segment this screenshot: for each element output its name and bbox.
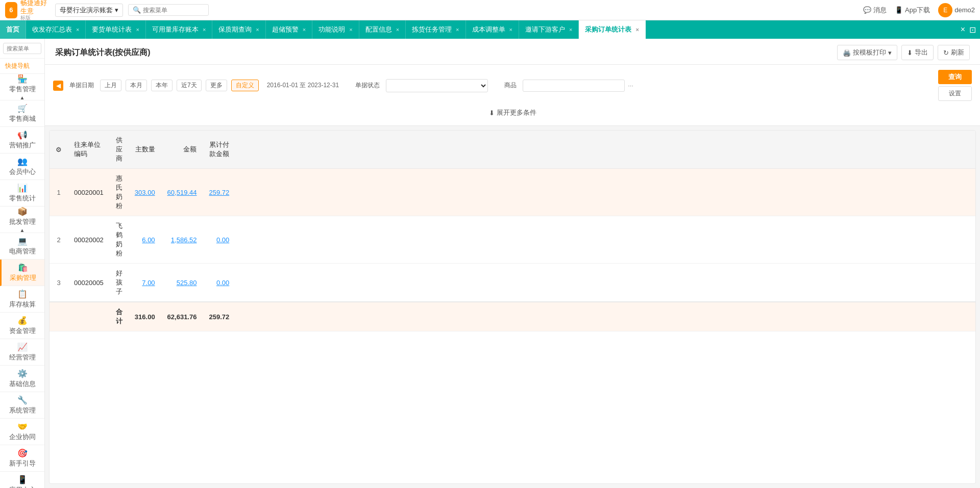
sidebar-item-xinshou[interactable]: 🎯 新手引导 [0,445,44,472]
goods-more-icon[interactable]: ··· [628,82,633,89]
sidebar-item-qiye[interactable]: 🤝 企业协同 [0,419,44,445]
mall-icon: 🛒 [17,104,28,113]
print-dropdown-icon[interactable]: ▾ [888,49,892,57]
sidebar-item-lingshoutongji[interactable]: 📊 零售统计 [0,180,44,207]
stat-icon: 📊 [17,183,28,193]
collab-icon: 🤝 [17,422,28,431]
row-qty[interactable]: 303.00 [129,169,161,216]
member-icon: 👥 [17,157,28,166]
row-qty[interactable]: 7.00 [129,264,161,302]
close-tab-yaoqing[interactable]: × [569,27,572,33]
goods-filter-group: ··· [523,80,633,92]
print-button[interactable]: 🖨️ 按模板打印 ▾ [837,45,897,60]
print-icon: 🖨️ [843,49,851,57]
row-amount[interactable]: 525.80 [161,264,203,302]
row-paid[interactable]: 259.72 [203,169,235,216]
status-select[interactable] [386,79,488,92]
ops-icon: 📈 [17,342,28,352]
col-settings[interactable]: ⚙ [50,131,68,169]
tab-controls: × ⊡ [961,25,980,35]
tab-caigou[interactable]: 采购订单统计表 × [579,20,645,39]
row-spacer [235,216,975,264]
guide-icon: 🎯 [17,448,28,458]
close-tab-baozhiqi[interactable]: × [256,27,259,33]
dropdown-icon: ▾ [115,6,118,14]
tab-chaochuyujing[interactable]: 超储预警 × [266,20,312,39]
tab-close-all[interactable]: × [961,25,965,34]
workspace-selector[interactable]: 母婴行业演示账套 ▾ [55,4,123,17]
sidebar-item-quick-nav[interactable]: 快捷导航 [0,59,44,74]
sidebar-item-huiyuan[interactable]: 👥 会员中心 [0,153,44,180]
sidebar-search-input[interactable] [3,43,41,54]
close-tab-chengben[interactable]: × [509,27,512,33]
close-tab-paihuorenwu[interactable]: × [456,27,459,33]
close-tab-gongneng[interactable]: × [349,27,352,33]
date-more[interactable]: 更多 [206,80,227,91]
tab-home[interactable]: 首页 [0,20,26,39]
settings-button[interactable]: 设置 [938,86,972,101]
row-amount[interactable]: 1,586.52 [161,216,203,264]
search-input[interactable] [143,7,204,14]
tab-paihuorenwu[interactable]: 拣货任务管理 × [406,20,465,39]
sidebar-item-lingshougaunli[interactable]: 🏪 零售管理 ▲ [0,74,44,100]
export-button[interactable]: ⬇ 导出 [901,45,934,60]
sidebar-item-caigou[interactable]: 🛍️ 采购管理 [0,260,44,286]
row-paid[interactable]: 0.00 [203,216,235,264]
page-header: 采购订单统计表(按供应商) 🖨️ 按模板打印 ▾ ⬇ 导出 ↻ 刷新 [45,39,980,65]
row-amount[interactable]: 60,519.44 [161,169,203,216]
tab-shoufahu[interactable]: 收发存汇总表 × [26,20,86,39]
tab-baozhiqi[interactable]: 保质期查询 × [212,20,265,39]
sidebar-item-lingshoushangcheng[interactable]: 🛒 零售商城 [0,100,44,127]
close-tab-peizhi[interactable]: × [396,27,399,33]
close-tab-caigou[interactable]: × [635,27,639,33]
filter-collapse-button[interactable]: ◀ [53,81,63,91]
tab-yaoqing[interactable]: 邀请下游客户 × [519,20,579,39]
tab-expand[interactable]: ⊡ [969,25,976,35]
sidebar-item-yingyong[interactable]: 📱 应用中心 [0,472,44,488]
tab-chengben[interactable]: 成本调整单 × [466,20,519,39]
data-table: ⚙ 往来单位编码 供应商 主数量 金额 累计付款金额 1 00020001 惠氏… [50,131,975,331]
sidebar-item-yingxiao[interactable]: 📢 营销推广 [0,127,44,153]
row-code: 00020002 [68,216,110,264]
tab-yaohuo[interactable]: 要货单统计表 × [86,20,145,39]
tab-peizhi[interactable]: 配置信息 × [359,20,406,39]
row-code: 00020005 [68,264,110,302]
user-menu[interactable]: E demo2 [938,3,975,17]
goods-input[interactable] [523,80,625,92]
sidebar-item-xitong[interactable]: 🔧 系统管理 [0,392,44,419]
row-qty[interactable]: 6.00 [129,216,161,264]
wholesale-icon: 📦 [17,207,28,216]
footer-spacer [235,302,975,331]
expand-conditions-button[interactable]: ⬇ 展开更多条件 [489,108,536,117]
close-tab-chaochuyujing[interactable]: × [303,27,306,33]
sidebar-item-pifa[interactable]: 📦 批发管理 ▲ [0,207,44,233]
sidebar-item-dianshang[interactable]: 💻 电商管理 [0,233,44,260]
tab-keyong[interactable]: 可用量库存账本 × [146,20,212,39]
sidebar-item-jingying[interactable]: 📈 经营管理 [0,339,44,366]
close-tab-yaohuo[interactable]: × [136,27,139,33]
table-header-row: ⚙ 往来单位编码 供应商 主数量 金额 累计付款金额 [50,131,975,169]
date-this-year[interactable]: 本年 [151,80,173,91]
message-button[interactable]: 💬 消息 [863,6,887,15]
date-this-month[interactable]: 本月 [126,80,147,91]
close-tab-keyong[interactable]: × [203,27,206,33]
action-buttons: 查询 设置 [938,70,972,101]
sidebar-item-zijin[interactable]: 💰 资金管理 [0,313,44,339]
app-download-button[interactable]: 📱 App下载 [895,6,930,15]
query-button[interactable]: 查询 [938,70,972,84]
nav-tabs: 首页 收发存汇总表 × 要货单统计表 × 可用量库存账本 × 保质期查询 × 超… [0,20,980,39]
date-custom-badge[interactable]: 自定义 [231,80,259,91]
row-code: 00020001 [68,169,110,216]
sidebar-item-jichu[interactable]: ⚙️ 基础信息 [0,366,44,392]
date-7days[interactable]: 近7天 [177,80,202,91]
tab-gongneng[interactable]: 功能说明 × [312,20,359,39]
expand-icon: ⬇ [489,109,495,117]
row-paid[interactable]: 0.00 [203,264,235,302]
col-amount: 金额 [161,131,203,169]
refresh-button[interactable]: ↻ 刷新 [938,45,970,60]
date-last-month[interactable]: 上月 [100,80,121,91]
footer-supplier: 合计 [110,302,129,331]
close-tab-shoufahu[interactable]: × [76,27,79,33]
sidebar-item-kucun[interactable]: 📋 库存核算 [0,286,44,313]
basics-icon: ⚙️ [17,369,28,378]
